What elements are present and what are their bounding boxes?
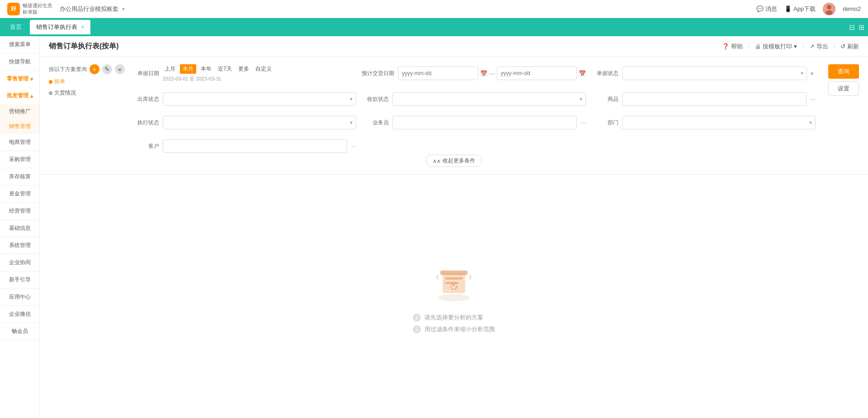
collapse-btn[interactable]: ∧∧ 收起更多条件 — [426, 155, 482, 167]
customer-input[interactable] — [163, 139, 347, 153]
message-btn[interactable]: 💬 消息 — [756, 5, 777, 13]
shortcut-more[interactable]: 更多 — [236, 64, 251, 74]
query-btn[interactable]: 查询 — [828, 64, 859, 79]
shortcut-custom[interactable]: 自定义 — [254, 64, 274, 74]
help-icon: ❓ — [722, 43, 729, 50]
tab-maximize-icon[interactable]: ⊞ — [859, 23, 864, 32]
sidebar-item-sales-mgmt[interactable]: 销售管理 — [0, 119, 39, 134]
scheme-item-1[interactable]: 欠货情况 — [49, 88, 125, 98]
scheme-add-btn[interactable]: + — [90, 64, 99, 74]
system-title-arrow-icon[interactable]: ▾ — [122, 6, 125, 12]
top-bar: 好 畅捷通好生意 标准版 办公用品行业模拟账套 ▾ 💬 消息 📱 App下载 d… — [0, 0, 868, 18]
shortcut-prev-month[interactable]: 上月 — [163, 64, 177, 74]
sidebar-item-enterprise[interactable]: 企业协同 — [0, 254, 39, 271]
scheme-name-1: 欠货情况 — [54, 89, 76, 97]
sidebar-item-newbie[interactable]: 新手引导 — [0, 271, 39, 289]
empty-tip-1: 1 请先选择要分析的方案 — [413, 314, 495, 322]
date-range-text: 2023-03-01 至 2023-03-31 — [163, 76, 356, 82]
page-title: 销售订单执行表(按单) — [49, 42, 119, 57]
sidebar-item-purchase[interactable]: 采购管理 — [0, 151, 39, 168]
tip-text-2: 用过滤条件来缩小分析范围 — [425, 325, 495, 333]
salesman-more-btn[interactable]: ··· — [580, 119, 586, 126]
sidebar-item-system[interactable]: 系统管理 — [0, 237, 39, 254]
exec-status-select-wrap — [163, 116, 356, 129]
scheme-collapse-btn[interactable]: « — [115, 64, 125, 74]
collect-status-select-wrap — [392, 92, 586, 106]
print-dropdown-icon: ▾ — [794, 43, 797, 50]
sidebar-item-operations[interactable]: 经营管理 — [0, 203, 39, 220]
collect-status-label: 收款状态 — [362, 95, 389, 103]
scheme-label: 按以下方案查询 — [49, 66, 87, 73]
scheme-dot-1 — [49, 91, 52, 95]
date-label: 单据日期 — [132, 70, 159, 77]
top-bar-right: 💬 消息 📱 App下载 demo2 — [756, 3, 861, 15]
exec-status-select[interactable] — [163, 116, 356, 129]
filter-field-date: 单据日期 上月 本月 本年 近7天 更多 自定义 20 — [132, 64, 356, 82]
goods-label: 商品 — [591, 95, 618, 103]
sidebar-item-wechat[interactable]: 企业微信 — [0, 306, 39, 323]
expected-date-start[interactable] — [398, 66, 478, 80]
expected-date-end[interactable] — [497, 66, 577, 80]
tab-close-icon[interactable]: × — [81, 24, 84, 30]
wholesale-arrow-icon: ▴ — [30, 93, 33, 99]
salesman-input[interactable] — [392, 116, 577, 129]
customer-more-btn[interactable]: ··· — [351, 142, 356, 150]
goods-more-btn[interactable]: ··· — [810, 95, 816, 103]
sidebar-item-finance[interactable]: 资金管理 — [0, 185, 39, 203]
filter-field-exec-status: 执行状态 — [132, 116, 356, 129]
out-status-select[interactable] — [163, 92, 356, 106]
action-buttons: 查询 设置 — [828, 64, 859, 153]
out-status-label: 出库状态 — [132, 95, 159, 103]
sidebar-item-search[interactable]: 搜索菜单 — [0, 36, 39, 53]
date-calendar-icon-2: 📅 — [579, 70, 586, 77]
status-dropdown-icon: ▾ — [811, 70, 814, 77]
tab-minimize-icon[interactable]: ⊟ — [849, 23, 855, 32]
sidebar-item-basic[interactable]: 基础信息 — [0, 220, 39, 237]
sidebar-item-quick-nav[interactable]: 快捷导航 — [0, 53, 39, 71]
dept-select[interactable] — [622, 116, 816, 129]
system-title: 办公用品行业模拟账套 — [60, 5, 118, 13]
export-icon: ↗ — [810, 43, 815, 50]
tab-sales-order[interactable]: 销售订单执行表 × — [30, 20, 90, 34]
sidebar-item-member[interactable]: 畅会员 — [0, 323, 39, 340]
tab-home[interactable]: 首页 — [4, 20, 28, 34]
filter-field-goods: 商品 ··· — [591, 92, 816, 106]
dept-select-wrap — [622, 116, 816, 129]
sidebar-item-inventory[interactable]: 库存核算 — [0, 168, 39, 185]
sidebar-item-retail[interactable]: 零售管理 ▾ — [0, 71, 39, 87]
message-icon: 💬 — [756, 5, 764, 12]
sidebar-item-app-center[interactable]: 应用中心 — [0, 289, 39, 306]
print-icon: 🖨 — [755, 43, 761, 50]
app-download-btn[interactable]: 📱 App下载 — [784, 5, 816, 13]
refresh-btn[interactable]: ↺ 刷新 — [840, 43, 859, 51]
filter-row-4: 客户 ··· — [132, 139, 816, 153]
exec-status-label: 执行状态 — [132, 119, 159, 127]
filter-field-dept: 部门 — [591, 116, 816, 129]
sidebar: 搜索菜单 快捷导航 零售管理 ▾ 批发管理 ▴ 营销推广 销售管理 电商管理 采… — [0, 36, 40, 418]
shortcut-7days[interactable]: 近7天 — [216, 64, 234, 74]
sidebar-item-wholesale[interactable]: 批发管理 ▴ — [0, 87, 39, 104]
logo-text: 畅捷通好生意 标准版 — [23, 3, 52, 14]
retail-label: 零售管理 — [7, 75, 28, 83]
customer-label: 客户 — [132, 142, 159, 150]
scheme-edit-btn[interactable]: ✎ — [102, 64, 112, 74]
shortcut-this-month[interactable]: 本月 — [180, 64, 196, 74]
filter-fields: 单据日期 上月 本月 本年 近7天 更多 自定义 20 — [132, 64, 816, 153]
goods-input[interactable] — [622, 92, 807, 106]
settings-btn[interactable]: 设置 — [828, 81, 859, 96]
scheme-item-0[interactable]: 按单 — [49, 77, 125, 86]
sidebar-item-marketing[interactable]: 营销推广 — [0, 104, 39, 119]
user-name[interactable]: demo2 — [843, 5, 861, 12]
shortcut-this-year[interactable]: 本年 — [199, 64, 213, 74]
filter-field-collect-status: 收款状态 — [362, 92, 586, 106]
svg-rect-6 — [445, 277, 463, 280]
print-btn[interactable]: 🖨 按模板打印 ▾ — [755, 43, 797, 51]
export-btn[interactable]: ↗ 导出 — [810, 43, 828, 51]
status-select[interactable] — [622, 66, 807, 80]
sidebar-item-ecommerce[interactable]: 电商管理 — [0, 134, 39, 151]
date-calendar-icon-1: 📅 — [480, 70, 487, 77]
filter-field-expected-date: 预计交货日期 📅 — 📅 — [362, 64, 586, 82]
help-btn[interactable]: ❓ 帮助 — [722, 43, 743, 51]
scheme-selector: 按以下方案查询 + ✎ « 按单 欠货情况 — [49, 64, 125, 153]
collect-status-select[interactable] — [392, 92, 586, 106]
